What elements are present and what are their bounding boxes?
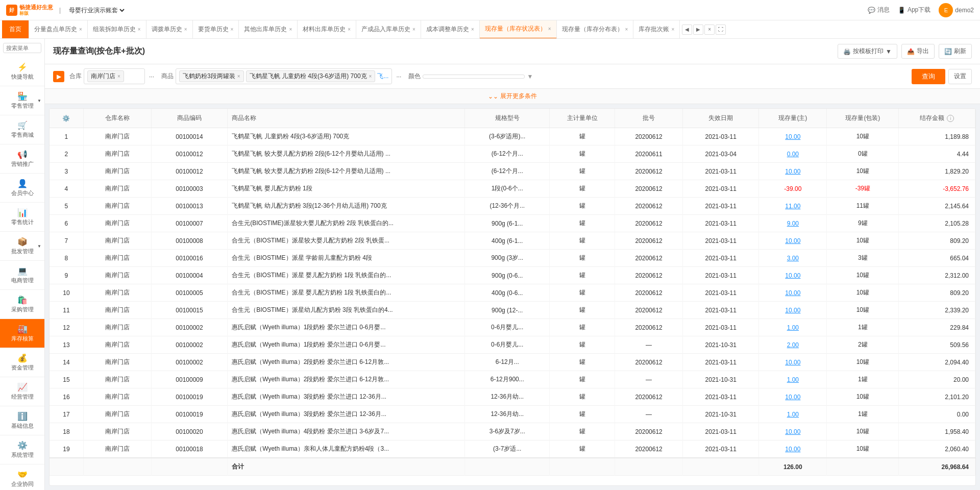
nav-prev-arrow[interactable]: ◀ <box>682 24 692 35</box>
messages-btn[interactable]: 💬 消息 <box>868 6 890 14</box>
cell-pkg: 1罐 <box>827 406 899 423</box>
main-layout: ⚡ 快捷导航 🏪 零售管理 🛒 零售商城 📢 营销推广 👤 会员中心 📊 零售统… <box>0 39 980 490</box>
close-transfer[interactable]: × <box>184 27 187 32</box>
tab-home[interactable]: 首页 <box>2 20 29 39</box>
total-info-icon[interactable]: i <box>947 115 954 122</box>
cell-unit: 罐 <box>550 371 615 388</box>
tab-material-out[interactable]: 材料出库单历史 × <box>298 20 356 39</box>
settings-button[interactable]: 设置 <box>948 69 972 84</box>
query-button[interactable]: 查询 <box>912 69 945 84</box>
cell-qty[interactable]: 10.00 <box>759 284 827 302</box>
close-request[interactable]: × <box>231 27 234 32</box>
sidebar-item-wholesale[interactable]: 📦 批发管理 <box>0 232 44 261</box>
sidebar-item-basic[interactable]: ℹ️ 基础信息 <box>0 406 44 435</box>
cell-name: 合生元（BIOSTIME）派星 婴儿配方奶粉 1段 乳铁蛋白的... <box>228 267 465 284</box>
close-inventory-dist[interactable]: × <box>625 27 628 32</box>
cell-qty[interactable]: 1.00 <box>759 406 827 423</box>
tab-inventory-status[interactable]: 现存量（库存状况表） × <box>480 20 557 39</box>
cell-qty: -39.00 <box>759 180 827 198</box>
tab-disassemble[interactable]: 组装拆卸单历史 × <box>88 20 146 39</box>
cell-total: 4.44 <box>899 145 975 163</box>
sidebar-item-purchase[interactable]: 🛍️ 采购管理 <box>0 290 44 319</box>
filter-expand-btn[interactable]: ▶ <box>53 71 64 82</box>
cell-qty[interactable]: 0.00 <box>759 145 827 163</box>
cell-pkg: 10罐 <box>827 284 899 302</box>
sidebar-item-finance[interactable]: 💰 资金管理 <box>0 348 44 377</box>
sidebar-item-ecommerce[interactable]: 💻 电商管理 <box>0 261 44 290</box>
sidebar-search-input[interactable] <box>3 43 41 53</box>
cell-expiry: 2021-03-11 <box>683 180 759 198</box>
sidebar-item-quick-nav[interactable]: ⚡ 快捷导航 <box>0 57 44 86</box>
cell-qty[interactable]: 10.00 <box>759 267 827 284</box>
close-cost-adjust[interactable]: × <box>471 27 474 32</box>
cell-sku: 00100012 <box>151 163 227 180</box>
close-other-out[interactable]: × <box>289 27 292 32</box>
tab-inventory-dist[interactable]: 现存量（库存分布表） × <box>557 20 634 39</box>
sidebar-item-coop[interactable]: 🤝 企业协同 <box>0 464 44 490</box>
cell-qty[interactable]: 10.00 <box>759 163 827 180</box>
tab-request[interactable]: 要货单历史 × <box>193 20 239 39</box>
app-download-btn[interactable]: 📱 App下载 <box>898 6 930 14</box>
sidebar-item-retail-shop[interactable]: 🛒 零售商城 <box>0 115 44 144</box>
expand-more-btn[interactable]: ⌄⌄ 展开更多条件 <box>488 92 537 101</box>
print-btn[interactable]: 🖨️ 按模板打印 ▼ <box>838 44 897 59</box>
tab-batch-ledger[interactable]: 库存批次账 × <box>633 20 680 39</box>
cell-total: 0.00 <box>899 406 975 423</box>
tab-cost-adjust[interactable]: 成本调整单历史 × <box>421 20 480 39</box>
product-tag-2-remove[interactable]: × <box>369 74 372 79</box>
sidebar-item-retail[interactable]: 🏪 零售管理 <box>0 86 44 115</box>
cell-name: 惠氏启赋（Wyeth illuma）4段奶粉 爱尔兰进口 3-6岁及7... <box>228 423 465 440</box>
tab-product-in[interactable]: 产成品入库单历史 × <box>356 20 421 39</box>
tab-partial-inventory[interactable]: 分量盘点单历史 × <box>29 20 88 39</box>
cell-qty[interactable]: 3.00 <box>759 250 827 267</box>
user-area[interactable]: E demo2 <box>939 3 974 17</box>
product-more-tag[interactable]: 飞... <box>377 72 388 81</box>
close-product-in[interactable]: × <box>412 27 415 32</box>
cell-qty[interactable]: 10.00 <box>759 388 827 406</box>
sidebar-item-marketing[interactable]: 📢 营销推广 <box>0 144 44 174</box>
cell-qty[interactable]: 10.00 <box>759 302 827 319</box>
close-batch-ledger[interactable]: × <box>671 27 674 32</box>
cell-total: 2,101.20 <box>899 388 975 406</box>
nav-close-all[interactable]: × <box>704 24 715 35</box>
cell-qty[interactable]: 10.00 <box>759 423 827 440</box>
export-btn[interactable]: 📤 导出 <box>901 44 935 59</box>
cell-qty[interactable]: 9.00 <box>759 215 827 232</box>
sidebar-item-member[interactable]: 👤 会员中心 <box>0 174 44 203</box>
account-select[interactable]: 母婴行业演示账套 <box>67 6 126 14</box>
color-tags-container[interactable] <box>423 75 525 79</box>
close-disassemble[interactable]: × <box>138 27 141 32</box>
content-area: 现存量查询(按仓库+批次) 🖨️ 按模板打印 ▼ 📤 导出 🔄 刷新 <box>45 39 980 490</box>
sidebar-item-management[interactable]: 📈 经营管理 <box>0 377 44 406</box>
close-partial-inventory[interactable]: × <box>79 27 82 32</box>
cell-qty[interactable]: 1.00 <box>759 371 827 388</box>
cell-qty[interactable]: 1.00 <box>759 319 827 336</box>
cell-qty[interactable]: 11.00 <box>759 198 827 215</box>
warehouse-more-btn[interactable]: ··· <box>147 73 156 80</box>
product-more-btn[interactable]: ··· <box>394 73 403 80</box>
cell-warehouse: 南岸门店 <box>83 440 151 458</box>
nav-next-arrow[interactable]: ▶ <box>693 24 703 35</box>
nav-fullscreen[interactable]: ⛶ <box>716 24 726 35</box>
cell-qty[interactable]: 10.00 <box>759 232 827 250</box>
cell-qty[interactable]: 10.00 <box>759 440 827 458</box>
warehouse-tags-container[interactable]: 南岸门店 × <box>84 68 145 84</box>
cell-qty[interactable]: 10.00 <box>759 354 827 371</box>
product-tags-container[interactable]: 飞鹤奶粉3段两罐装 × 飞鹤星飞帆 儿童奶粉 4段(3-6岁适用) 700克 ×… <box>176 68 392 84</box>
cell-qty[interactable]: 2.00 <box>759 336 827 354</box>
cell-qty[interactable]: 10.00 <box>759 128 827 145</box>
close-inventory-status[interactable]: × <box>548 26 551 32</box>
close-material-out[interactable]: × <box>348 27 351 32</box>
tab-other-out[interactable]: 其他出库单历史 × <box>239 20 298 39</box>
th-settings[interactable]: ⚙️ <box>50 109 83 128</box>
tab-transfer[interactable]: 调拨单历史 × <box>146 20 193 39</box>
cell-batch: 20200612 <box>615 163 683 180</box>
sidebar-item-inventory[interactable]: 🏭 库存核算 <box>0 319 44 348</box>
refresh-btn[interactable]: 🔄 刷新 <box>939 44 972 59</box>
product-tag-1-remove[interactable]: × <box>237 74 240 79</box>
sidebar-item-retail-stat[interactable]: 📊 零售统计 <box>0 203 44 232</box>
account-dropdown[interactable]: 母婴行业演示账套 <box>67 6 126 14</box>
sidebar-item-system[interactable]: ⚙️ 系统管理 <box>0 435 44 464</box>
warehouse-tag-remove[interactable]: × <box>117 74 120 79</box>
cell-spec: 12-36月幼... <box>465 406 550 423</box>
